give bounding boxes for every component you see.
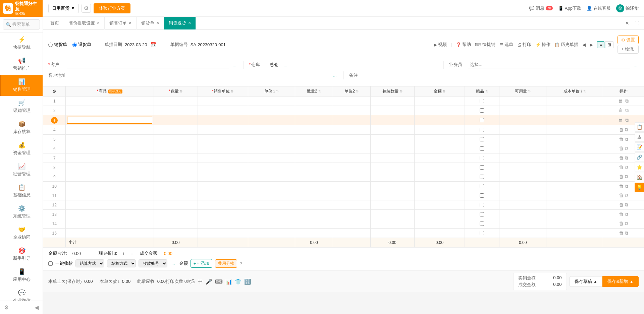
gift-checkbox-1[interactable] [480, 99, 484, 103]
gift-checkbox-9[interactable] [480, 175, 484, 179]
right-sidebar-btn-2[interactable]: ⚠ [635, 132, 644, 142]
select-order-btn[interactable]: ☰ 选单 [499, 42, 513, 48]
gift-checkbox-2[interactable] [480, 108, 484, 113]
pkg-cell-1[interactable] [370, 97, 414, 106]
address-select-btn[interactable]: ... [332, 73, 338, 78]
radio-sales-return-input[interactable] [72, 43, 77, 47]
delete-row-13-btn[interactable]: 🗑 [618, 211, 624, 217]
app-download-btn[interactable]: 📱 App下载 [558, 5, 581, 11]
gift-checkbox-13[interactable] [480, 212, 484, 216]
amount-sort-icon[interactable]: ⇅ [443, 89, 445, 93]
delete-row-7-btn[interactable]: 🗑 [618, 155, 624, 161]
copy-row-4-btn[interactable]: ⧉ [624, 127, 629, 133]
pkg-cell-2[interactable] [370, 106, 414, 115]
copy-row-11-btn[interactable]: ⧉ [624, 193, 629, 198]
amount-cell-2[interactable] [415, 106, 465, 115]
unit2-cell-1[interactable] [333, 97, 370, 106]
print-btn[interactable]: 🖨 打印 [517, 42, 531, 48]
gift-checkbox-8[interactable] [480, 165, 484, 170]
grid-view-btn[interactable]: ⊞ [605, 41, 613, 48]
gift-checkbox-6[interactable] [480, 146, 484, 151]
right-sidebar-btn-7[interactable]: 💡 [635, 183, 644, 192]
save-draft-btn[interactable]: 保存草稿 ▲ [570, 276, 603, 287]
copy-row-9-btn[interactable]: ⧉ [624, 174, 629, 180]
qty2-sort-icon[interactable]: ⇅ [318, 89, 321, 93]
unit-cell-1[interactable] [198, 97, 248, 106]
copy-row-3-btn[interactable]: ⧉ [625, 117, 629, 123]
sidebar-item-operation[interactable]: 📈 经营管理 [0, 159, 43, 180]
delete-row-1-btn[interactable]: 🗑 [618, 98, 624, 104]
gift-cell-1[interactable] [465, 97, 499, 106]
expense-split-btn[interactable]: 费用分摊 [215, 259, 237, 268]
amount-cell-1[interactable] [415, 97, 465, 106]
delete-row-3-btn[interactable]: 🗑 [618, 117, 624, 123]
product-cell-2[interactable] [66, 106, 154, 115]
save-draft-dropdown-icon[interactable]: ▲ [593, 279, 598, 284]
settings-btn[interactable]: ⚙ 设置 [618, 36, 639, 44]
toolbar-icon-2[interactable]: 中 [198, 278, 203, 285]
th-settings[interactable]: ⚙ [43, 86, 66, 97]
sidebar-search[interactable]: 🔍 搜索菜单 [0, 17, 43, 33]
maximize-tab-btn[interactable]: ⛶ [633, 20, 641, 26]
sidebar-item-guide[interactable]: 🎯 新手引导 [0, 244, 43, 265]
address-input[interactable] [68, 72, 330, 79]
tab-price-setting[interactable]: 售价提取设置 ✕ [64, 17, 105, 29]
unit2-cell-3[interactable] [333, 115, 370, 125]
delete-row-15-btn[interactable]: 🗑 [618, 230, 624, 236]
gift-checkbox-3[interactable] [480, 118, 484, 122]
copy-row-12-btn[interactable]: ⧉ [624, 202, 629, 208]
cost-cell-2[interactable] [546, 106, 603, 115]
sidebar-item-sales[interactable]: 📊 销售管理 [0, 75, 43, 96]
qty-cell-3[interactable] [154, 115, 198, 125]
user-avatar[interactable]: 徐 徐泽华 [616, 4, 639, 12]
gift-checkbox-15[interactable] [480, 231, 484, 235]
avail-cell-3[interactable] [499, 115, 546, 125]
account-method-select[interactable]: 结算方式 [107, 259, 136, 267]
right-sidebar-btn-1[interactable]: 📋 [635, 122, 644, 132]
message-btn[interactable]: 💬 消息 70 [529, 5, 553, 11]
unit2-sort-icon[interactable]: ⇅ [356, 89, 359, 93]
tab-home[interactable]: 首页 [46, 17, 64, 29]
delete-row-9-btn[interactable]: 🗑 [618, 174, 624, 179]
cost-cell-3[interactable] [546, 115, 603, 125]
amount-cell-3[interactable] [415, 115, 465, 125]
radio-sales-delivery[interactable]: 销货单 [48, 42, 67, 48]
copy-row-7-btn[interactable]: ⧉ [624, 155, 629, 161]
cost-sort-icon[interactable]: ⇅ [583, 89, 586, 93]
price-cell-3[interactable] [248, 115, 295, 125]
delete-row-2-btn[interactable]: 🗑 [618, 108, 624, 113]
delete-row-10-btn[interactable]: 🗑 [618, 183, 624, 189]
tab-sales-order[interactable]: 销售订单 ✕ [105, 17, 137, 29]
qty-cell-1[interactable] [154, 97, 198, 106]
copy-row-5-btn[interactable]: ⧉ [624, 136, 629, 142]
shortcut-btn[interactable]: ⌨ 快捷键 [475, 42, 495, 48]
tab-sales-return[interactable]: 销货退货 ✕ [164, 17, 196, 29]
delete-row-6-btn[interactable]: 🗑 [618, 146, 624, 151]
delete-row-12-btn[interactable]: 🗑 [618, 202, 624, 207]
copy-row-15-btn[interactable]: ⧉ [624, 230, 629, 236]
avail-cell-1[interactable] [499, 97, 546, 106]
video-help-btn[interactable]: ▶ 视频 [434, 42, 447, 48]
gift-checkbox-12[interactable] [480, 203, 484, 207]
price-cell-2[interactable] [248, 106, 295, 115]
right-sidebar-btn-4[interactable]: 🔗 [635, 152, 644, 162]
copy-row-2-btn[interactable]: ⧉ [625, 108, 629, 113]
save-new-dropdown-icon[interactable]: ▲ [629, 279, 634, 284]
gift-checkbox-11[interactable] [480, 193, 484, 198]
price-cell-1[interactable] [248, 97, 295, 106]
right-sidebar-btn-5[interactable]: ⭐ [635, 163, 644, 172]
pkg-cell-3[interactable] [370, 115, 414, 125]
sidebar-item-basic[interactable]: 📋 基础信息 [0, 180, 43, 201]
close-tab-btn[interactable]: ✕ [623, 20, 631, 26]
close-price-setting-tab[interactable]: ✕ [97, 21, 100, 25]
online-service-btn[interactable]: 👤 在线客服 [587, 5, 611, 11]
delete-row-5-btn[interactable]: 🗑 [618, 136, 624, 142]
sidebar-item-purchase[interactable]: 🛒 采购管理 [0, 96, 43, 117]
customer-select-btn[interactable]: ... [231, 62, 238, 67]
logistics-btn[interactable]: + 物流 [618, 45, 639, 54]
account-number-select[interactable]: 收款账号 [139, 259, 167, 267]
pkg-sort-icon[interactable]: ⇅ [400, 89, 402, 93]
prev-record-btn[interactable]: ◀ [582, 42, 586, 47]
unit-cell-3[interactable] [198, 115, 248, 125]
radio-sales-return[interactable]: 退货单 [72, 42, 91, 48]
